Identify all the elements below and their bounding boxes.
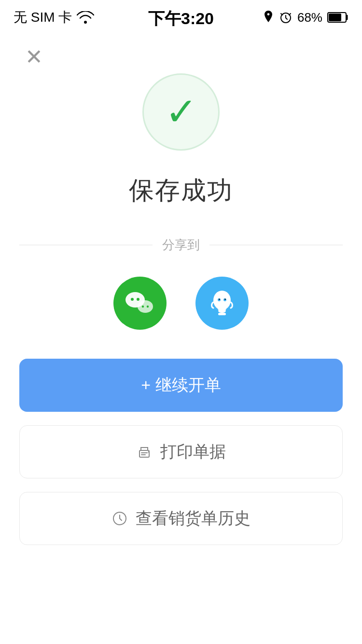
print-button[interactable]: 打印单据: [19, 425, 343, 478]
svg-point-15: [218, 309, 226, 313]
qq-icon: [207, 288, 237, 319]
history-button-label: 查看销货单历史: [136, 507, 251, 530]
print-button-label: 打印单据: [160, 441, 226, 463]
svg-rect-17: [139, 450, 149, 457]
wifi-icon: [77, 11, 94, 24]
share-section: 分享到: [0, 237, 362, 330]
svg-point-4: [131, 298, 134, 301]
close-button[interactable]: ✕: [19, 42, 48, 71]
success-title: 保存成功: [129, 174, 233, 208]
wechat-share-button[interactable]: [113, 277, 167, 330]
carrier-text: 无 SIM 卡: [14, 8, 72, 27]
location-icon: [263, 11, 274, 24]
status-bar: 无 SIM 卡 下午3:20 68%: [0, 0, 362, 35]
share-icons: [19, 277, 343, 330]
svg-point-14: [224, 299, 225, 300]
continue-button[interactable]: + 继续开单: [19, 359, 343, 412]
svg-point-6: [138, 300, 153, 313]
history-button[interactable]: 查看销货单历史: [19, 492, 343, 545]
svg-point-7: [142, 306, 144, 308]
continue-button-label: + 继续开单: [141, 374, 221, 396]
printer-icon: [136, 444, 153, 460]
close-icon: ✕: [25, 46, 43, 68]
success-circle: ✓: [142, 73, 220, 151]
status-right: 68%: [263, 10, 348, 25]
status-carrier: 无 SIM 卡: [14, 8, 94, 27]
status-time: 下午3:20: [148, 8, 214, 30]
svg-rect-2: [329, 14, 341, 21]
history-icon: [111, 510, 128, 527]
svg-rect-16: [218, 313, 226, 315]
svg-point-8: [147, 306, 149, 308]
alarm-icon: [279, 11, 292, 24]
share-divider: 分享到: [19, 237, 343, 253]
checkmark-icon: ✓: [165, 93, 197, 131]
action-buttons: + 继续开单 打印单据 查看销货单历史: [0, 359, 362, 545]
svg-rect-19: [141, 454, 146, 455]
svg-point-13: [219, 299, 220, 300]
svg-point-20: [148, 451, 150, 453]
wechat-icon: [123, 286, 157, 320]
qq-share-button[interactable]: [195, 277, 249, 330]
svg-point-10: [216, 294, 228, 308]
svg-point-5: [137, 298, 139, 301]
svg-rect-18: [141, 452, 148, 453]
battery-percent: 68%: [297, 10, 322, 25]
battery-icon: [327, 12, 348, 23]
share-label: 分享到: [162, 237, 200, 253]
main-content: ✓ 保存成功 分享到: [0, 35, 362, 545]
